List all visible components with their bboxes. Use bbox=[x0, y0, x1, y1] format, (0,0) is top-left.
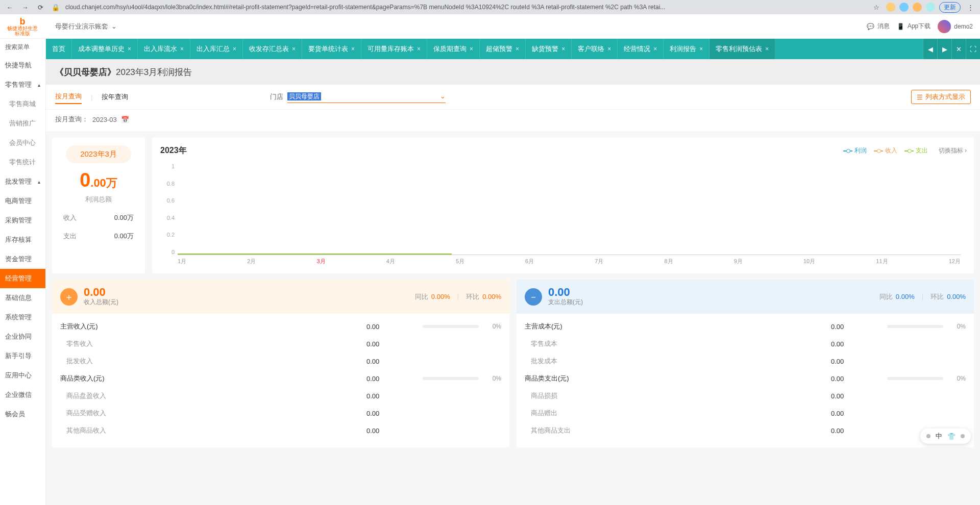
extension-icon[interactable] bbox=[886, 3, 895, 12]
reload-icon[interactable]: ⟳ bbox=[35, 2, 46, 13]
tab[interactable]: 出入库流水× bbox=[138, 39, 190, 59]
close-icon[interactable]: × bbox=[653, 45, 657, 53]
tab[interactable]: 客户联络× bbox=[572, 39, 618, 59]
sidebar-item[interactable]: 应用中心 bbox=[0, 366, 45, 385]
summary-card: 2023年3月 0.00万 利润总额 收入0.00万 支出0.00万 bbox=[52, 137, 145, 273]
tab[interactable]: 要货单统计表× bbox=[302, 39, 361, 59]
user-menu[interactable]: demo2 bbox=[938, 20, 973, 33]
close-icon[interactable]: × bbox=[470, 45, 473, 53]
close-icon[interactable]: × bbox=[128, 45, 131, 53]
tab[interactable]: 可用量库存账本× bbox=[361, 39, 427, 59]
extension-icon[interactable] bbox=[913, 3, 922, 12]
tabs-close-all[interactable]: ✕ bbox=[951, 39, 966, 59]
tab[interactable]: 保质期查询× bbox=[427, 39, 480, 59]
tab[interactable]: 成本调整单历史× bbox=[72, 39, 138, 59]
panel-row: 批发收入0.00 bbox=[60, 352, 501, 370]
extension-icon[interactable] bbox=[899, 3, 909, 12]
switch-indicator-button[interactable]: 切换指标 › bbox=[939, 146, 967, 155]
sidebar-subitem[interactable]: 零售统计 bbox=[0, 153, 45, 172]
income-ratios: 同比0.00% | 环比0.00% bbox=[415, 292, 501, 301]
tabs-scroll-left[interactable]: ◀ bbox=[923, 39, 937, 59]
chart-legend: 利润 收入 支出 bbox=[843, 146, 928, 155]
close-icon[interactable]: × bbox=[516, 45, 519, 53]
expense-panel: － 0.00 支出总额(元) 同比0.00% | 环比0.00% 主营成本(元)… bbox=[517, 280, 974, 447]
list-icon: ☰ bbox=[917, 93, 923, 101]
filter-tab-month[interactable]: 按月查询 bbox=[55, 90, 82, 104]
app-download-button[interactable]: 📱 App下载 bbox=[897, 22, 930, 31]
chart-plot[interactable]: 10.80.60.40.20 1月2月3月4月5月6月7月8月9月10月11月1… bbox=[160, 163, 966, 265]
tab[interactable]: 利润报告× bbox=[664, 39, 709, 59]
sidebar-item[interactable]: 零售管理▴ bbox=[0, 75, 45, 94]
expense-ratios: 同比0.00% | 环比0.00% bbox=[879, 292, 966, 301]
chevron-down-icon: ⌄ bbox=[440, 92, 446, 100]
fullscreen-icon[interactable]: ⛶ bbox=[966, 39, 980, 59]
tab[interactable]: 缺货预警× bbox=[526, 39, 572, 59]
calendar-icon[interactable]: 📅 bbox=[121, 116, 129, 123]
star-icon[interactable]: ☆ bbox=[871, 2, 882, 13]
tabs-controls: ◀ ▶ ✕ ⛶ bbox=[923, 39, 980, 59]
tab[interactable]: 出入库汇总× bbox=[190, 39, 243, 59]
back-icon[interactable]: ← bbox=[4, 2, 15, 13]
tabs-scroll-right[interactable]: ▶ bbox=[937, 39, 951, 59]
panel-row: 其他商品收入0.00 bbox=[60, 422, 501, 439]
chevron-icon: ▴ bbox=[38, 82, 40, 88]
income-total: 0.00 bbox=[84, 287, 118, 298]
sidebar-item[interactable]: 电商管理 bbox=[0, 191, 45, 211]
tab[interactable]: 超储预警× bbox=[480, 39, 526, 59]
month-query-value: 2023-03 bbox=[92, 116, 117, 123]
sidebar-item[interactable]: 批发管理▴ bbox=[0, 172, 45, 191]
close-icon[interactable]: × bbox=[765, 45, 769, 53]
extension-icon[interactable] bbox=[926, 3, 935, 12]
close-icon[interactable]: × bbox=[699, 45, 703, 53]
user-name: demo2 bbox=[954, 23, 973, 30]
sidebar-subitem[interactable]: 会员中心 bbox=[0, 133, 45, 153]
panel-row: 商品盘盈收入0.00 bbox=[60, 387, 501, 405]
sidebar-item[interactable]: 资金管理 bbox=[0, 249, 45, 269]
sidebar-subitem[interactable]: 营销推广 bbox=[0, 114, 45, 133]
close-icon[interactable]: × bbox=[292, 45, 296, 53]
sidebar-item[interactable]: 企业协同 bbox=[0, 327, 45, 346]
main: 首页成本调整单历史×出入库流水×出入库汇总×收发存汇总表×要货单统计表×可用量库… bbox=[46, 39, 980, 505]
org-selector[interactable]: 母婴行业演示账套 ⌄ bbox=[55, 22, 117, 31]
close-icon[interactable]: × bbox=[180, 45, 184, 53]
close-icon[interactable]: × bbox=[351, 45, 355, 53]
tab[interactable]: 零售利润预估表× bbox=[709, 39, 775, 59]
panel-row: 商品类支出(元)0.000% bbox=[525, 370, 966, 387]
close-icon[interactable]: × bbox=[233, 45, 236, 53]
browser-update-button[interactable]: 更新 bbox=[939, 2, 961, 13]
chart-card: 2023年 利润 收入 支出 切换指标 › 10.80.60.40.20 1月2… bbox=[152, 137, 974, 273]
close-icon[interactable]: × bbox=[561, 45, 565, 53]
sidebar-item[interactable]: 企业微信 bbox=[0, 385, 45, 405]
address-bar[interactable]: cloud.chanjet.com/hsy/u4ool/4daqxn/lole3… bbox=[65, 4, 867, 11]
sidebar-search[interactable]: 搜索菜单 bbox=[0, 39, 45, 56]
sidebar-subitem[interactable]: 零售商城 bbox=[0, 94, 45, 114]
sidebar-item[interactable]: 经营管理 bbox=[0, 269, 45, 288]
sidebar-item[interactable]: 系统管理 bbox=[0, 308, 45, 327]
panel-row: 批发成本0.00 bbox=[525, 352, 966, 370]
panel-row: 商品赠出0.00 bbox=[525, 405, 966, 422]
lang-label: 中 bbox=[936, 432, 942, 441]
panel-row: 商品受赠收入0.00 bbox=[60, 405, 501, 422]
forward-icon[interactable]: → bbox=[19, 2, 31, 13]
list-view-button[interactable]: ☰ 列表方式显示 bbox=[911, 90, 971, 104]
sidebar-item[interactable]: 畅会员 bbox=[0, 405, 45, 424]
tab[interactable]: 首页 bbox=[46, 39, 72, 59]
expense-icon: － bbox=[525, 288, 542, 306]
ime-float-pill[interactable]: 中 👕 bbox=[920, 428, 971, 444]
org-name: 母婴行业演示账套 bbox=[55, 22, 108, 31]
sidebar-item[interactable]: 库存核算 bbox=[0, 230, 45, 249]
close-icon[interactable]: × bbox=[607, 45, 611, 53]
menu-icon[interactable]: ⋮ bbox=[965, 2, 976, 13]
sidebar-item[interactable]: 新手引导 bbox=[0, 346, 45, 366]
chevron-down-icon: ⌄ bbox=[111, 22, 117, 30]
sidebar-item[interactable]: 快捷导航 bbox=[0, 56, 45, 75]
tab[interactable]: 收发存汇总表× bbox=[243, 39, 302, 59]
store-selector[interactable]: 门店 贝贝母婴店 ⌄ bbox=[270, 91, 446, 103]
close-icon[interactable]: × bbox=[417, 45, 421, 53]
sidebar-item[interactable]: 基础信息 bbox=[0, 288, 45, 308]
sidebar-item[interactable]: 采购管理 bbox=[0, 211, 45, 230]
messages-button[interactable]: 💬 消息 bbox=[867, 22, 890, 31]
app-header: b 畅捷通好生意 标准版 母婴行业演示账套 ⌄ 💬 消息 📱 App下载 dem… bbox=[0, 14, 980, 39]
tab[interactable]: 经营情况× bbox=[618, 39, 664, 59]
filter-tab-year[interactable]: 按年查询 bbox=[102, 90, 128, 104]
